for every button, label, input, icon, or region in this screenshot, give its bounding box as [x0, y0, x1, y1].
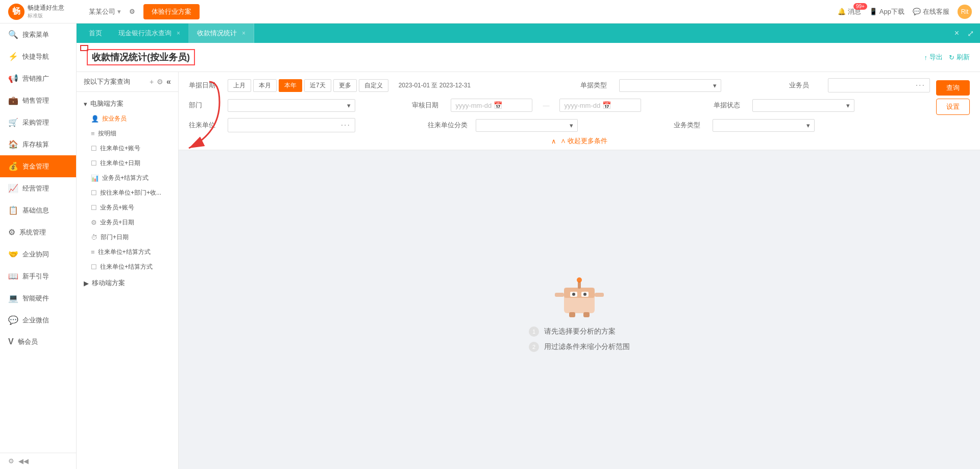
sidebar-item-wechat[interactable]: 💬 企业微信 [0, 309, 76, 331]
scheme-item-dept-date[interactable]: ⏱ 部门+日期 [77, 230, 178, 245]
staff-account-icon: ☐ [91, 204, 97, 212]
date-tab-this-year[interactable]: 本年 [279, 79, 302, 92]
sidebar-item-system[interactable]: ⚙ 系统管理 [0, 221, 76, 243]
svg-rect-8 [555, 293, 564, 297]
date-tab-last-month[interactable]: 上月 [228, 79, 251, 92]
dept-select[interactable]: ▾ [228, 99, 355, 112]
biz-type-select[interactable]: ▾ [713, 119, 815, 132]
sidebar-item-member[interactable]: V 畅会员 [0, 331, 76, 353]
review-date-from[interactable]: yyyy-mm-dd 📅 [451, 99, 532, 112]
sidebar-item-inventory[interactable]: 🏠 库存核算 [0, 133, 76, 155]
logo-icon: 畅 [8, 4, 24, 20]
user-avatar[interactable]: Rit [958, 5, 972, 19]
settings-icon[interactable]: ⚙ [125, 5, 139, 19]
filter-fields: 单据日期 上月 本月 本年 近7天 更多 自定义 [189, 78, 930, 132]
company-selector[interactable]: 某某公司 ▾ [89, 7, 121, 16]
sidebar-item-sales[interactable]: 💼 销售管理 [0, 89, 76, 111]
empty-illustration [549, 267, 610, 318]
tab-bank-flow[interactable]: 现金银行流水查询 × [110, 24, 189, 43]
scheme-item-partner-settle1[interactable]: ≡ 往来单位+结算方式 [77, 245, 178, 260]
staff-more-icon: ··· [916, 81, 925, 90]
date-tab-more[interactable]: 更多 [333, 79, 357, 92]
sidebar-footer-collapse-icon[interactable]: ◀◀ [18, 457, 29, 465]
page-wrapper: 收款情况统计(按业务员) ↑ 导出 ↻ 刷新 按以下 [77, 43, 980, 469]
partner-select[interactable]: ··· [228, 118, 355, 132]
collab-icon: 🤝 [8, 249, 18, 259]
filter-and-scheme: 按以下方案查询 + ⚙ « ▾ 电脑端方案 [77, 72, 980, 469]
scheme-item-partner-dept[interactable]: ☐ 按往来单位+部门+收... [77, 185, 178, 200]
sidebar-footer-settings-icon[interactable]: ⚙ [8, 457, 14, 465]
review-date-to[interactable]: yyyy-mm-dd 📅 [559, 99, 641, 112]
tree-group-mobile-header[interactable]: ▶ 移动端方案 [77, 275, 178, 291]
sidebar-item-collab[interactable]: 🤝 企业协同 [0, 243, 76, 265]
scheme-item-detail[interactable]: ≡ 按明细 [77, 126, 178, 141]
partner-class-select[interactable]: ▾ [476, 119, 578, 132]
header-left: 畅 畅捷通好生意 标准版 某某公司 ▾ ⚙ 体验行业方案 [8, 4, 200, 20]
svg-rect-1 [564, 288, 595, 298]
tab-home[interactable]: 首页 [81, 24, 110, 43]
date-tab-custom[interactable]: 自定义 [359, 79, 388, 92]
detail-icon: ≡ [91, 130, 95, 137]
sidebar-item-hardware[interactable]: 💻 智能硬件 [0, 287, 76, 309]
scheme-item-staff-date[interactable]: ⚙ 业务员+日期 [77, 215, 178, 230]
logo-area: 畅 畅捷通好生意 标准版 [8, 4, 85, 20]
doc-status-select[interactable]: ▾ [752, 99, 854, 112]
sidebar-item-management[interactable]: 📈 经营管理 [0, 177, 76, 199]
tab-close-receipts[interactable]: × [242, 30, 246, 37]
date-divider: — [543, 102, 549, 109]
partner-dept-icon: ☐ [91, 189, 97, 197]
sidebar-item-purchase[interactable]: 🛒 采购管理 [0, 111, 76, 133]
sidebar-label-management: 经营管理 [22, 184, 49, 193]
export-icon: ↑ [924, 54, 928, 61]
trial-button[interactable]: 体验行业方案 [143, 4, 200, 19]
date-tab-this-month[interactable]: 本月 [253, 79, 277, 92]
app-download-item[interactable]: 📱 App下载 [869, 7, 904, 16]
svg-point-5 [583, 293, 586, 296]
doc-type-select[interactable]: ▾ [619, 79, 721, 92]
sidebar-item-quicknav[interactable]: ⚡ 快捷导航 [0, 45, 76, 67]
svg-rect-6 [578, 282, 581, 289]
scheme-item-staff-payment[interactable]: 📊 业务员+结算方式 [77, 171, 178, 185]
filter-content: 单据日期 上月 本月 本年 近7天 更多 自定义 [179, 72, 980, 132]
sidebar-label-hardware: 智能硬件 [22, 294, 49, 303]
sidebar-item-marketing[interactable]: 📢 营销推广 [0, 67, 76, 89]
scheme-collapse-icon[interactable]: « [166, 77, 171, 86]
notification-item[interactable]: 🔔 消息 99+ [838, 7, 861, 16]
tab-close-bank[interactable]: × [177, 30, 180, 37]
logo-text: 畅捷通好生意 标准版 [28, 4, 64, 19]
sidebar-label-inventory: 库存核算 [22, 140, 49, 149]
tab-window-close-icon[interactable]: × [952, 27, 961, 40]
date-tab-7days[interactable]: 近7天 [304, 79, 331, 92]
tab-receipts[interactable]: 收款情况统计 × [189, 24, 254, 43]
refresh-button[interactable]: ↻ 刷新 [949, 53, 970, 62]
header-right: 🔔 消息 99+ 📱 App下载 💬 在线客服 Rit [838, 5, 972, 19]
tab-window-expand-icon[interactable]: ⤢ [965, 27, 976, 40]
sidebar-item-finance[interactable]: 💰 资金管理 [0, 155, 76, 177]
query-button[interactable]: 查询 [936, 80, 970, 96]
sidebar-item-search[interactable]: 🔍 搜索菜单 [0, 24, 76, 45]
collapse-bar[interactable]: ∧ ∧ 收起更多条件 [179, 132, 980, 150]
partner-class-label: 往来单位分类 [428, 121, 468, 130]
refresh-icon: ↻ [949, 54, 954, 61]
sidebar-label-purchase: 采购管理 [22, 118, 49, 127]
partner-account-icon: ☐ [91, 145, 97, 152]
empty-state: 1 请先选择要分析的方案 2 用过滤条件来缩小分析范围 [179, 150, 980, 469]
online-service-item[interactable]: 💬 在线客服 [913, 7, 949, 16]
scheme-item-partner-account[interactable]: ☐ 往来单位+账号 [77, 141, 178, 156]
scheme-item-staff-account[interactable]: ☐ 业务员+账号 [77, 200, 178, 215]
sidebar-item-guide[interactable]: 📖 新手引导 [0, 265, 76, 287]
svg-rect-9 [595, 293, 604, 297]
calendar-to-icon: 📅 [602, 101, 611, 109]
scheme-item-partner-date[interactable]: ☐ 往来单位+日期 [77, 156, 178, 171]
empty-step-2: 2 用过滤条件来缩小分析范围 [529, 342, 630, 352]
sidebar-item-basic[interactable]: 📋 基础信息 [0, 199, 76, 221]
scheme-item-partner-settle2[interactable]: ☐ 往来单位+结算方式 [77, 260, 178, 274]
scheme-item-staff[interactable]: 👤 按业务员 [77, 111, 178, 126]
calendar-from-icon: 📅 [494, 101, 502, 109]
tree-group-desktop-header[interactable]: ▾ 电脑端方案 [77, 96, 178, 111]
export-button[interactable]: ↑ 导出 [924, 53, 943, 62]
scheme-settings-icon[interactable]: ⚙ [157, 78, 163, 86]
setting-button[interactable]: 设置 [936, 99, 970, 115]
scheme-add-icon[interactable]: + [150, 78, 154, 86]
staff-select[interactable]: ··· [828, 78, 930, 92]
